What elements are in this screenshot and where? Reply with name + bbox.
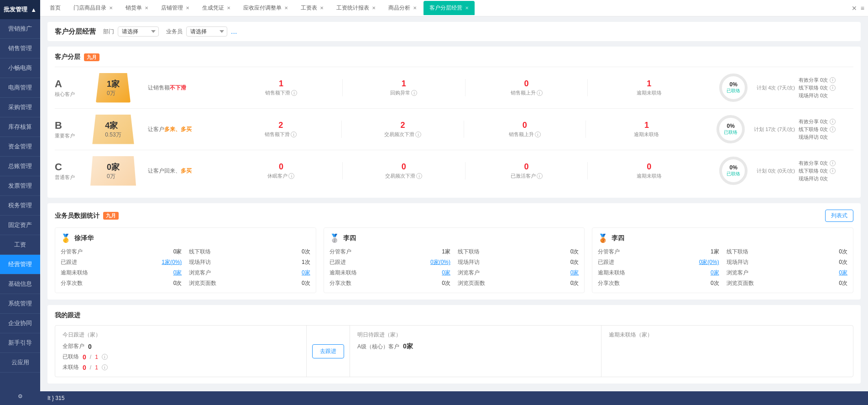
tab-sales-order[interactable]: 销货单 ✕ xyxy=(120,1,154,15)
staff-1-medal: 🥈 xyxy=(329,233,340,243)
sidebar-item-jygl[interactable]: 经营管理 xyxy=(0,255,40,274)
tab-close-store-mgmt[interactable]: ✕ xyxy=(186,5,189,11)
staff-0-browse-customer: 浏览客户 0家 xyxy=(189,269,310,277)
tier-c-circle: 0% 已联络 xyxy=(717,155,749,187)
sidebar-item-jcxx[interactable]: 基础信息 xyxy=(0,274,40,294)
info-icon-a1[interactable]: i xyxy=(291,90,297,96)
staff-1-followed: 已跟进 0家(0%) xyxy=(329,258,450,266)
info-icon-b3[interactable]: i xyxy=(535,131,541,137)
tab-close-store-products[interactable]: ✕ xyxy=(109,5,113,11)
staff-1-browse-customer: 浏览客户 0家 xyxy=(458,269,579,277)
dept-label: 部门 xyxy=(103,28,114,36)
tab-close-all-icon[interactable]: ✕ xyxy=(852,5,857,12)
followup-section-title: 我的跟进 xyxy=(55,311,853,320)
tab-home[interactable]: 首页 xyxy=(44,1,67,15)
sidebar-item-zj[interactable]: 资金管理 xyxy=(0,137,40,157)
sidebar-item-xsyd[interactable]: 新手引导 xyxy=(0,333,40,353)
sidebar-item-xsgl[interactable]: 销售管理 xyxy=(0,39,40,58)
info-icon-a-share[interactable]: i xyxy=(830,77,836,83)
tier-a-right-stats: 有效分享 0次 i 线下联络 0次 i 现场拜访 0次 xyxy=(799,77,853,99)
info-icon-a3[interactable]: i xyxy=(537,90,543,96)
tab-close-product-analysis[interactable]: ✕ xyxy=(413,5,417,11)
followup-today-col: 今日跟进（家） 全部客户 0 已联络 0 / 1 i 未联络 0 xyxy=(55,326,307,377)
sidebar-collapse-icon[interactable]: ▲ xyxy=(31,6,37,13)
info-icon-b1[interactable]: i xyxy=(291,131,297,137)
sidebar: 批发管理 ▲ 营销推广 销售管理 小畅电商 电商管理 采购管理 库存核算 资金管… xyxy=(0,0,40,405)
staff-2-overdue: 逾期未联络 0家 xyxy=(598,269,719,277)
more-filters-icon[interactable]: ... xyxy=(231,27,237,36)
tab-store-mgmt[interactable]: 店铺管理 ✕ xyxy=(155,1,195,15)
sidebar-header[interactable]: 批发管理 ▲ xyxy=(0,0,40,19)
sidebar-item-yy[interactable]: 云应用 xyxy=(0,353,40,373)
info-icon-c1[interactable]: i xyxy=(288,173,294,179)
sidebar-item-kch[interactable]: 库存核算 xyxy=(0,117,40,137)
info-icon-a2[interactable]: i xyxy=(411,90,417,96)
staff-2-fen-guan: 分管客户 1家 xyxy=(598,248,719,256)
list-view-button[interactable]: 列表式 xyxy=(825,210,853,222)
staff-card-1: 🥈 李四 分管客户 1家 线下联络 0次 已跟进 xyxy=(324,227,585,293)
info-icon-c2[interactable]: i xyxy=(416,173,422,179)
page-title: 客户分层经营 xyxy=(55,27,96,36)
info-icon-c-share[interactable]: i xyxy=(830,160,836,166)
followup-today-row-3: 未联络 0 / 1 i xyxy=(63,363,299,371)
staff-select[interactable]: 请选择 xyxy=(186,26,227,37)
info-icon-b-offline[interactable]: i xyxy=(830,126,836,132)
tab-close-payroll-report[interactable]: ✕ xyxy=(372,5,376,11)
sidebar-item-gdzc[interactable]: 固定资产 xyxy=(0,216,40,235)
sidebar-item-sw[interactable]: 税务管理 xyxy=(0,196,40,216)
info-icon-a-offline[interactable]: i xyxy=(830,85,836,91)
staff-1-overdue: 逾期未联络 0家 xyxy=(329,269,450,277)
sidebar-item-zz[interactable]: 总账管理 xyxy=(0,157,40,176)
tier-c-stat-2: 0 交易频次下滑 i xyxy=(343,162,465,179)
gear-icon[interactable]: ⚙ xyxy=(18,393,23,400)
sidebar-item-qyxt[interactable]: 企业协同 xyxy=(0,314,40,333)
tier-row-c: C 普通客户 0家 0万 让客户回来、多买 0 休眠客户 i xyxy=(55,150,853,191)
sidebar-item-xtgl[interactable]: 系统管理 xyxy=(0,294,40,314)
staff-1-name: 李四 xyxy=(343,234,356,242)
tab-payroll[interactable]: 工资表 ✕ xyxy=(295,1,329,15)
tab-ar-ap-adjust[interactable]: 应收应付调整单 ✕ xyxy=(237,1,294,15)
tab-generate-voucher[interactable]: 生成凭证 ✕ xyxy=(196,1,236,15)
tab-store-products[interactable]: 门店商品目录 ✕ xyxy=(68,1,119,15)
followup-tomorrow-col: 明日待跟进（家） A级（核心）客户 0家 xyxy=(350,326,601,377)
tab-close-generate-voucher[interactable]: ✕ xyxy=(227,5,230,11)
staff-2-name: 李四 xyxy=(612,234,624,242)
info-icon-today-unlinked[interactable]: i xyxy=(102,364,108,370)
staff-1-share: 分享次数 0次 xyxy=(329,279,450,287)
sidebar-item-gz[interactable]: 工资 xyxy=(0,235,40,255)
staff-0-visit: 现场拜访 1次 xyxy=(189,258,310,266)
sidebar-settings[interactable]: ⚙ xyxy=(0,388,40,405)
sidebar-item-dsg[interactable]: 电商管理 xyxy=(0,78,40,98)
sidebar-item-yxty[interactable]: 营销推广 xyxy=(0,19,40,39)
tier-label-b: B 重要客户 xyxy=(55,120,82,139)
tab-close-customer-tier[interactable]: ✕ xyxy=(465,5,469,11)
staff-0-share: 分享次数 0次 xyxy=(61,279,182,287)
tab-more-icon[interactable]: ≡ xyxy=(861,5,864,12)
customer-tiers-section: 客户分层 九月 A 核心客户 1家 0万 让销售额不下滑 xyxy=(47,47,861,198)
tab-close-payroll[interactable]: ✕ xyxy=(320,5,324,11)
tier-shape-a: 1家 0万 xyxy=(86,73,141,103)
info-icon-c-offline[interactable]: i xyxy=(830,168,836,174)
sidebar-item-xcd[interactable]: 小畅电商 xyxy=(0,58,40,78)
staff-label: 业务员 xyxy=(166,28,183,36)
staff-section-title: 业务员数据统计 九月 xyxy=(55,212,119,220)
sidebar-item-fp[interactable]: 发票管理 xyxy=(0,176,40,196)
sidebar-item-cg[interactable]: 采购管理 xyxy=(0,98,40,117)
staff-2-stats: 分管客户 1家 线下联络 0次 已跟进 0家(0%) 现场拜访 xyxy=(598,248,847,287)
info-icon-today-linked[interactable]: i xyxy=(102,354,108,360)
tier-label-c: C 普通客户 xyxy=(55,161,82,181)
tab-product-analysis[interactable]: 商品分析 ✕ xyxy=(382,1,423,15)
tab-customer-tier[interactable]: 客户分层经营 ✕ xyxy=(424,1,475,15)
dept-select[interactable]: 请选择 xyxy=(118,26,159,37)
staff-0-medal: 🥇 xyxy=(61,233,71,243)
tab-close-sales-order[interactable]: ✕ xyxy=(145,5,148,11)
go-followup-button[interactable]: 去跟进 xyxy=(312,344,344,358)
tab-payroll-report[interactable]: 工资统计报表 ✕ xyxy=(330,1,382,15)
staff-2-share: 分享次数 0次 xyxy=(598,279,719,287)
staff-month-badge: 九月 xyxy=(103,212,119,220)
tab-close-ar-ap-adjust[interactable]: ✕ xyxy=(284,5,288,11)
staff-0-followed: 已跟进 1家(0%) xyxy=(61,258,182,266)
info-icon-b2[interactable]: i xyxy=(415,131,421,137)
info-icon-b-share[interactable]: i xyxy=(830,119,836,125)
info-icon-c3[interactable]: i xyxy=(537,173,543,179)
